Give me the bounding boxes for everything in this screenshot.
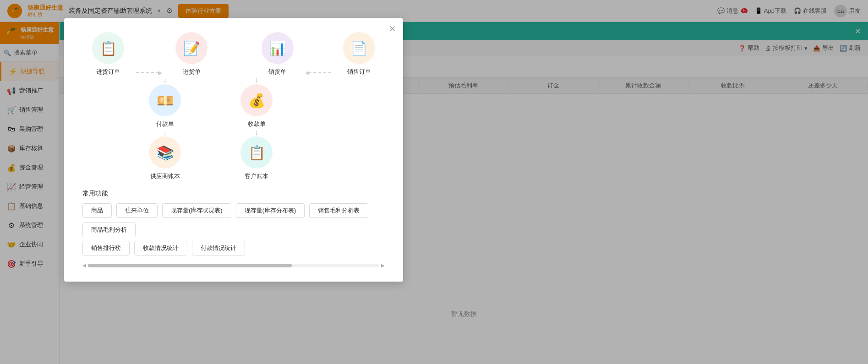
btn-counterparty[interactable]: 往来单位 [116,203,158,218]
arrow-down-receipt: ↓ [229,128,284,136]
btn-product[interactable]: 商品 [82,203,112,218]
flow-arrows-down-1: ↓ ↓ [82,76,385,84]
scroll-track [88,264,379,267]
btn-payment-stats[interactable]: 付款情况统计 [192,241,245,255]
purchase-order-label: 进货订单 [96,68,120,76]
arrow-down-payment: ↓ [137,128,192,136]
modal-close-button[interactable]: ✕ [389,24,396,34]
payment-label: 付款单 [156,120,174,128]
supplier-ledger-circle: 📚 [149,136,181,168]
flow-node-purchase-receipt[interactable]: 📝 进货单 [166,32,218,76]
common-section: 常用功能 商品 往来单位 现存量(库存状况表) 现存量(库存分布表) 销售毛利分… [82,190,385,255]
sales-receipt-icon: 📊 [269,40,286,56]
spacer4 [192,128,229,136]
flow-arrows-down-2: ↓ ↓ [82,128,385,136]
flow-row-3: 📚 供应商账本 📋 客户账本 [82,136,385,180]
flow-row-2: 💴 付款单 💰 收款单 [82,84,385,128]
scroll-thumb [88,264,292,267]
sales-order-label: 销售订单 [347,68,371,76]
spacer2 [192,76,229,84]
btn-sales-gross[interactable]: 销售毛利分析表 [309,203,368,218]
btn-collection-stats[interactable]: 收款情况统计 [134,241,187,255]
btn-sales-rank[interactable]: 销售排行榜 [82,241,130,255]
flow-node-customer-ledger[interactable]: 📋 客户账本 [229,136,284,180]
sales-receipt-circle: 📊 [262,32,294,64]
payment-circle: 💴 [149,84,181,116]
receipt-label: 收款单 [248,120,266,128]
supplier-ledger-icon: 📚 [157,145,174,161]
arrow-purchase-to-receipt: ▶ [136,70,162,76]
flow-node-payment[interactable]: 💴 付款单 [137,84,192,128]
flow-node-supplier-ledger[interactable]: 📚 供应商账本 [137,136,192,180]
flow-node-sales-order[interactable]: 📄 销售订单 [333,32,385,76]
scroll-right-icon[interactable]: ▶ [381,263,385,268]
arrow-down-purchase: ↓ [137,76,192,84]
flow-diagram: 📋 进货订单 ▶ 📝 进货单 [82,32,385,180]
receipt-icon: 💰 [248,92,265,109]
common-btns-row1: 商品 往来单位 现存量(库存状况表) 现存量(库存分布表) 销售毛利分析表 商品… [82,203,385,237]
customer-ledger-label: 客户账本 [245,172,268,180]
btn-stock-dist[interactable]: 现存量(库存分布表) [236,203,305,218]
receipt-circle: 💰 [240,84,273,116]
flow-row-1: 📋 进货订单 ▶ 📝 进货单 [82,32,385,76]
flow-node-sales-receipt[interactable]: 📊 销货单 [252,32,304,76]
scroll-area: ◀ ▶ [82,263,385,268]
purchase-receipt-label: 进货单 [183,68,201,76]
btn-product-gross[interactable]: 商品毛利分析 [82,223,136,237]
arrow-down-sales: ↓ [229,76,284,84]
customer-ledger-circle: 📋 [240,136,273,168]
purchase-order-icon: 📋 [100,40,117,56]
common-btns-row2: 销售排行榜 收款情况统计 付款情况统计 [82,241,385,255]
modal-overlay[interactable]: ✕ 📋 进货订单 ▶ [0,0,868,364]
sales-order-circle: 📄 [343,32,375,64]
arrow-sales-order-to-receipt: ◀ [305,70,331,76]
scroll-left-icon[interactable]: ◀ [82,263,86,268]
horizontal-scrollbar[interactable]: ◀ ▶ [82,263,385,268]
btn-stock-status[interactable]: 现存量(库存状况表) [162,203,231,218]
purchase-receipt-icon: 📝 [183,40,200,56]
purchase-receipt-circle: 📝 [175,32,207,64]
common-title: 常用功能 [82,190,385,198]
sales-receipt-label: 销货单 [268,68,286,76]
flow-node-receipt[interactable]: 💰 收款单 [229,84,284,128]
flow-node-purchase-order[interactable]: 📋 进货订单 [82,32,134,76]
payment-icon: 💴 [157,92,174,109]
sales-order-icon: 📄 [350,40,367,56]
supplier-ledger-label: 供应商账本 [150,172,180,180]
purchase-order-circle: 📋 [92,32,124,64]
customer-ledger-icon: 📋 [248,145,265,161]
modal: ✕ 📋 进货订单 ▶ [64,18,403,282]
